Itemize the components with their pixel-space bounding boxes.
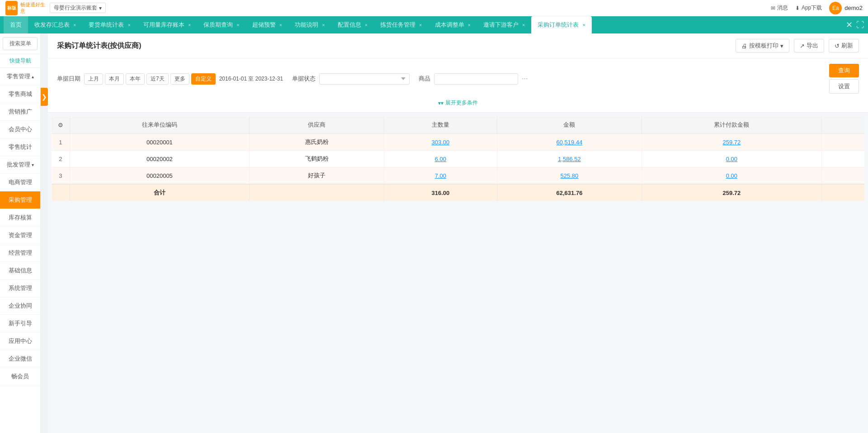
sidebar-item-label: 应用中心 — [9, 338, 32, 344]
table-body: 1 00020001 惠氏奶粉 303.00 60,519.44 259.72 … — [52, 134, 864, 185]
sidebar-item-lingshougouanli-shangcheng[interactable]: 零售商城 — [0, 86, 40, 103]
tab-chengbentiaozhen-close[interactable]: × — [468, 22, 471, 28]
sidebar-item-dianshang[interactable]: 电商管理 — [0, 174, 40, 191]
sidebar-item-pifaguanli[interactable]: 批发管理 ▾ — [0, 156, 40, 174]
status-select[interactable] — [319, 73, 410, 85]
tab-yaohuo-label: 要货单统计表 — [89, 21, 124, 29]
tab-peizhi[interactable]: 配置信息 × — [331, 16, 374, 33]
sidebar-item-xinshouyindao[interactable]: 新手引导 — [0, 315, 40, 333]
date-btn-this-year[interactable]: 本年 — [126, 73, 145, 85]
tab-keyongliang-close[interactable]: × — [188, 22, 191, 28]
date-btn-7days[interactable]: 近7天 — [146, 73, 169, 85]
tab-caigoudingdan[interactable]: 采购订单统计表 × — [531, 16, 591, 33]
export-btn[interactable]: ↗ 导出 — [794, 39, 824, 52]
sidebar-item-label: 畅会员 — [11, 373, 29, 380]
tab-jianhuorenwu[interactable]: 拣货任务管理 × — [374, 16, 428, 33]
sidebar-item-caigou[interactable]: 采购管理 — [0, 191, 40, 209]
sidebar-item-label: 零售商城 — [9, 90, 32, 97]
tab-shoufacun[interactable]: 收发存汇总表 × — [28, 16, 82, 33]
tab-home[interactable]: 首页 — [4, 16, 28, 33]
table-row[interactable]: 1 00020001 惠氏奶粉 303.00 60,519.44 259.72 — [52, 134, 864, 151]
sidebar-item-label: 库存核算 — [9, 214, 32, 221]
table-row[interactable]: 3 00020005 好孩子 7.00 525.80 0.00 — [52, 167, 864, 185]
tab-yaoqing-close[interactable]: × — [522, 22, 525, 28]
tab-peizhi-close[interactable]: × — [365, 22, 368, 28]
gear-icon[interactable]: ⚙ — [58, 122, 63, 128]
workspace-selector[interactable]: 母婴行业演示账套 ▾ — [50, 3, 106, 13]
sidebar-item-xitong[interactable]: 系统管理 — [0, 280, 40, 297]
cell-paid[interactable]: 259.72 — [642, 134, 821, 151]
sidebar-item-qiyexietong[interactable]: 企业协同 — [0, 297, 40, 315]
col-settings[interactable]: ⚙ — [52, 116, 70, 134]
goods-more-btn[interactable]: ··· — [522, 75, 528, 83]
tab-keyongliang[interactable]: 可用量库存账本 × — [137, 16, 197, 33]
sidebar-item-jingying[interactable]: 经营管理 — [0, 244, 40, 262]
tab-caigoudingdan-close[interactable]: × — [582, 22, 585, 28]
cell-qty[interactable]: 303.00 — [384, 134, 497, 151]
date-filter-label: 单据日期 — [57, 75, 80, 83]
chevron-down-icon: ▾ — [32, 162, 34, 167]
query-btn[interactable]: 查询 — [829, 64, 859, 77]
user-area: Ea demo2 — [829, 2, 863, 14]
message-btn[interactable]: ✉ 消息 — [771, 4, 788, 12]
cell-amount[interactable]: 60,519.44 — [497, 134, 642, 151]
settings-btn[interactable]: 设置 — [829, 79, 859, 94]
table-header: ⚙ 往来单位编码 供应商 主数量 金额 累计付款金额 — [52, 116, 864, 134]
quick-nav-btn[interactable]: 快捷导航 — [0, 54, 40, 68]
tab-yaoqing[interactable]: 邀请下游客户 × — [477, 16, 531, 33]
date-btn-more[interactable]: 更多 — [170, 73, 189, 85]
sidebar-item-label: 采购管理 — [9, 196, 32, 203]
nav-tabs: 首页 收发存汇总表 × 要货单统计表 × 可用量库存账本 × 保质期查询 × 超… — [0, 16, 868, 33]
goods-input[interactable] — [434, 73, 518, 85]
search-menu-btn[interactable]: 搜索菜单 — [3, 37, 38, 50]
refresh-btn[interactable]: ↺ 刷新 — [829, 39, 859, 52]
sidebar-item-lingshoutonji[interactable]: 零售统计 — [0, 138, 40, 156]
sidebar-item-yingxiaotuiguang[interactable]: 营销推广 — [0, 103, 40, 121]
sidebar-item-yingyongzhongxin[interactable]: 应用中心 — [0, 333, 40, 350]
tab-yaohuo[interactable]: 要货单统计表 × — [82, 16, 137, 33]
cell-extra — [821, 151, 864, 167]
sidebar-item-huiyuanzhongxin[interactable]: 会员中心 — [0, 121, 40, 138]
cell-amount[interactable]: 1,586.52 — [497, 151, 642, 167]
export-label: 导出 — [807, 42, 818, 50]
tab-chaochuyujing[interactable]: 超储预警 × — [246, 16, 288, 33]
tab-gongneng-close[interactable]: × — [322, 22, 325, 28]
cell-qty[interactable]: 7.00 — [384, 167, 497, 185]
date-btn-custom[interactable]: 自定义 — [191, 73, 216, 85]
table-row[interactable]: 2 00020002 飞鹤奶粉 6.00 1,586.52 0.00 — [52, 151, 864, 167]
tab-baozhi-close[interactable]: × — [236, 22, 239, 28]
tab-shoufacun-close[interactable]: × — [73, 22, 76, 28]
sidebar-item-qiyeweixin[interactable]: 企业微信 — [0, 350, 40, 368]
cell-paid[interactable]: 0.00 — [642, 167, 821, 185]
tab-chaochuyujing-close[interactable]: × — [279, 22, 282, 28]
cell-qty[interactable]: 6.00 — [384, 151, 497, 167]
col-supplier: 供应商 — [250, 116, 384, 134]
cell-no: 2 — [52, 151, 70, 167]
sidebar-item-kucun[interactable]: 库存核算 — [0, 209, 40, 227]
logo-text: 畅捷通好生意 — [20, 2, 46, 14]
tab-yaohuo-close[interactable]: × — [127, 22, 130, 28]
template-print-btn[interactable]: 🖨 按模板打印 ▾ — [736, 39, 789, 52]
cell-supplier: 好孩子 — [250, 167, 384, 185]
date-btn-this-month[interactable]: 本月 — [105, 73, 124, 85]
sidebar-item-jichu[interactable]: 基础信息 — [0, 262, 40, 280]
cell-paid[interactable]: 0.00 — [642, 151, 821, 167]
sidebar-item-changyuanvip[interactable]: 畅会员 — [0, 368, 40, 385]
footer-amount: 62,631.76 — [497, 184, 642, 201]
tab-jianhuorenwu-close[interactable]: × — [419, 22, 422, 28]
tab-baozhi[interactable]: 保质期查询 × — [197, 16, 245, 33]
close-all-tabs-btn[interactable]: ✕ — [846, 20, 853, 30]
chevron-down-icon: ▾ — [780, 43, 783, 49]
sidebar-item-label: 新手引导 — [9, 320, 32, 327]
cell-amount[interactable]: 525.80 — [497, 167, 642, 185]
expand-more-conditions-btn[interactable]: ▾▾ 展开更多条件 — [438, 99, 478, 107]
sidebar-item-zijin[interactable]: 资金管理 — [0, 227, 40, 244]
date-btn-last-month[interactable]: 上月 — [84, 73, 103, 85]
app-download-btn[interactable]: ⬇ App下载 — [795, 4, 822, 12]
expand-sidebar-btn[interactable]: ❯ — [41, 88, 48, 106]
main-layout: 搜索菜单 快捷导航 零售管理 ▴ 零售商城 营销推广 会员中心 零售统计 批发管… — [0, 33, 868, 433]
tab-chengbentiaozhen[interactable]: 成本调整单 × — [429, 16, 477, 33]
expand-nav-btn[interactable]: ⛶ — [856, 20, 864, 30]
tab-gongneng[interactable]: 功能说明 × — [288, 16, 331, 33]
sidebar-item-lingshougouanli[interactable]: 零售管理 ▴ — [0, 68, 40, 86]
